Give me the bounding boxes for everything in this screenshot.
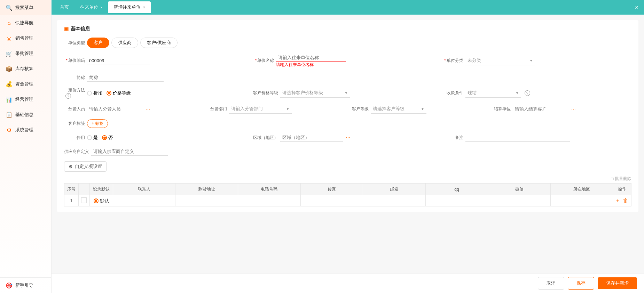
sidebar-item-purchase-label: 采购管理 [15,50,33,57]
pricing-help-icon[interactable]: ? [65,93,71,99]
qq-input[interactable] [428,198,486,203]
cancel-button[interactable]: 取消 [538,277,564,290]
cell-email[interactable] [363,195,426,206]
cell-address[interactable] [175,195,238,206]
pricing-level-option[interactable]: 价格等级 [107,90,131,96]
sidebar-item-quick-nav[interactable]: ⌂ 快捷导航 [0,15,51,31]
tab-new-partner-close[interactable]: × [143,5,145,9]
cell-contact[interactable] [113,195,175,206]
disabled-no-radio [102,135,107,140]
cell-region[interactable] [550,195,613,206]
unit-code-group: *单位编码 [64,57,253,65]
custom-settings-button[interactable]: ⚙ 自定义项设置 [64,161,107,172]
sidebar-item-system-label: 系统管理 [15,127,33,133]
cell-qq[interactable] [425,195,488,206]
region-input[interactable] [280,133,343,142]
customer-price-level-group: 客户价格等级 请选择客户价格等级 ▼ [253,88,442,98]
unit-code-input[interactable] [87,57,150,65]
manager-input[interactable] [87,105,143,113]
cell-default: 默认 [89,195,113,206]
batch-delete-button[interactable]: □ 批量删除 [611,176,631,181]
pricing-discount-option[interactable]: 折扣 [87,90,102,96]
contact-input[interactable] [115,198,173,203]
fax-input[interactable] [303,198,361,203]
guide-icon: 🎯 [6,282,13,289]
short-name-input[interactable] [87,73,164,82]
settlement-unit-label: 结算单位 [490,106,511,112]
region-group: 区域（地区） ··· [253,133,442,142]
col-address: 到货地址 [175,184,238,195]
disabled-yes-radio [87,135,92,140]
address-input[interactable] [178,198,236,203]
customer-level-select[interactable]: 请选择客户等级 ▼ [371,104,426,114]
sidebar-item-search[interactable]: 🔍 搜索菜单 [0,0,51,15]
col-email: 邮箱 [363,184,426,195]
sidebar-item-base-info[interactable]: 📋 基础信息 [0,107,51,122]
region-input-table[interactable] [553,198,611,203]
sidebar-item-guide[interactable]: 🎯 新手引导 [0,278,51,293]
window-close-button[interactable]: × [632,4,641,11]
cell-wechat[interactable] [488,195,551,206]
save-new-button[interactable]: 保存并新增 [598,277,637,289]
unit-btn-customer[interactable]: 客户 [87,38,109,48]
sidebar-item-purchase[interactable]: 🛒 采购管理 [0,46,51,61]
add-tag-button[interactable]: + 标签 [87,119,108,128]
unit-type-buttons: 客户 供应商 客户/供应商 [87,38,178,48]
customer-price-level-select[interactable]: 请选择客户价格等级 ▼ [280,88,350,98]
tab-home[interactable]: 首页 [54,1,74,13]
unit-btn-supplier[interactable]: 供应商 [111,38,138,48]
base-info-icon: 📋 [6,111,13,118]
col-qq: qq [425,184,488,195]
department-label: 分管部门 [206,106,227,112]
sidebar-item-quick-nav-label: 快捷导航 [15,20,33,26]
pricing-method-label: 定价方法 ? [64,87,85,99]
department-select[interactable]: 请输入分管部门 ▼ [229,104,292,114]
remark-label: 备注 [442,135,463,141]
disabled-no-option[interactable]: 否 [102,135,113,141]
email-input[interactable] [365,198,423,203]
sidebar-item-system[interactable]: ⚙ 系统管理 [0,122,51,138]
footer: 取消 保存 保存并新增 [52,273,644,293]
sidebar-item-finance[interactable]: 💰 资金管理 [0,76,51,92]
manager-more-btn[interactable]: ··· [144,106,151,112]
unit-btn-both[interactable]: 客户/供应商 [140,38,178,48]
sidebar-item-operations[interactable]: 📊 经营管理 [0,92,51,107]
payment-terms-select[interactable]: 现结 ▼ [465,88,521,98]
settlement-unit-input[interactable] [513,105,568,113]
tab-new-partner[interactable]: 新增往来单位 × [108,1,150,13]
operations-icon: 📊 [6,96,13,103]
wechat-input[interactable] [490,198,548,203]
customer-level-group: 客户等级 请选择客户等级 ▼ [348,104,490,114]
unit-category-select[interactable]: 未分类 ▼ [465,56,535,65]
region-more-btn[interactable]: ··· [344,135,352,141]
short-name-group: 简称 [64,73,631,82]
save-button[interactable]: 保存 [568,277,594,290]
tab-partners-close[interactable]: × [100,5,102,9]
sidebar-item-sales[interactable]: ◎ 销售管理 [0,31,51,46]
tags-label: 客户标签 [64,121,85,127]
disabled-yes-option[interactable]: 是 [87,135,98,141]
settlement-more-btn[interactable]: ··· [570,106,577,112]
row-default-radio[interactable] [94,198,99,203]
unit-name-input[interactable] [276,54,346,62]
row-add-button[interactable]: + [616,198,619,204]
tab-partners[interactable]: 往来单位 × [74,1,108,13]
sidebar-item-inventory[interactable]: 📦 库存核算 [0,61,51,76]
cell-check[interactable] [78,195,89,206]
tab-bar: 首页 往来单位 × 新增往来单位 × × [52,0,644,15]
phone-input[interactable] [240,198,298,203]
custom-settings-row: ⚙ 自定义项设置 [64,161,631,172]
col-wechat: 微信 [488,184,551,195]
unit-code-label: *单位编码 [64,58,85,64]
remark-input[interactable] [465,133,570,142]
pricing-row: 定价方法 ? 折扣 价格等级 客户 [64,87,631,99]
col-checkbox [78,184,89,195]
finance-icon: 💰 [6,81,13,88]
row-delete-button[interactable]: 🗑 [623,198,628,204]
cell-fax[interactable] [300,195,363,206]
content-area: ▣ 基本信息 单位类型 客户 供应商 客户/供应商 *单位编码 [52,15,644,273]
payment-help-icon[interactable]: ? [525,90,530,96]
section-title: ▣ 基本信息 [64,26,631,32]
supplier-custom-input[interactable] [91,147,168,156]
cell-phone[interactable] [238,195,301,206]
